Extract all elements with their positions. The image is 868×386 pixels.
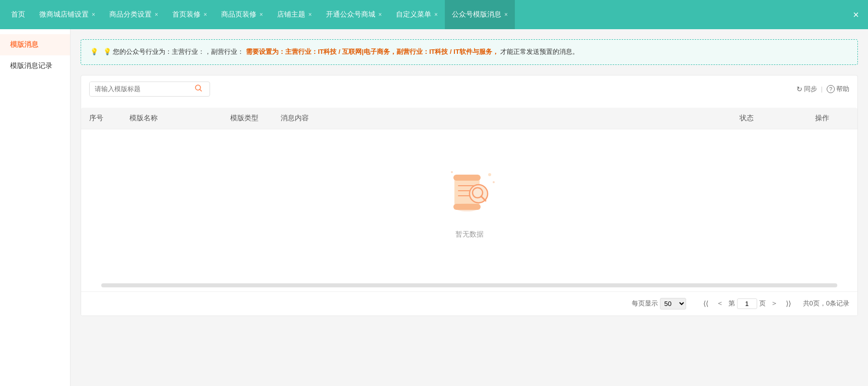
close-icon-custom-menu[interactable]: × bbox=[434, 11, 438, 18]
svg-rect-4 bbox=[453, 175, 481, 181]
nav-tab-shop-settings-label: 微商城店铺设置 bbox=[39, 10, 89, 19]
svg-rect-5 bbox=[453, 204, 481, 210]
first-page-button[interactable]: ⟨⟨ bbox=[700, 298, 711, 308]
table-container: ↻ 同步 | ? 帮助 序号 bbox=[81, 75, 858, 316]
sidebar-item-template-record-label: 模版消息记录 bbox=[10, 61, 52, 69]
page-number-input[interactable] bbox=[737, 298, 757, 309]
sync-button[interactable]: ↻ 同步 bbox=[796, 85, 817, 94]
nav-tab-store-theme[interactable]: 店铺主题 × bbox=[270, 0, 319, 29]
col-header-action: 操作 bbox=[807, 108, 857, 129]
nav-tab-open-mall[interactable]: 开通公众号商城 × bbox=[319, 0, 389, 29]
sidebar-item-template-record[interactable]: 模版消息记录 bbox=[0, 55, 70, 76]
total-info: 共0页，0条记录 bbox=[803, 299, 849, 308]
sidebar-item-template-message[interactable]: 模版消息 bbox=[0, 34, 70, 55]
empty-text: 暂无数据 bbox=[91, 230, 847, 239]
search-box bbox=[89, 82, 210, 97]
close-icon-home-decor[interactable]: × bbox=[204, 11, 207, 18]
main-layout: 模版消息 模版消息记录 💡 💡 您的公众号行业为：主营行业：，副营行业： 需要设… bbox=[0, 29, 868, 386]
next-page-button[interactable]: ＞ bbox=[768, 298, 781, 309]
search-icon bbox=[194, 84, 203, 92]
page-size-label: 每页显示 bbox=[632, 299, 658, 308]
table-header-row: 序号 模版名称 模版类型 消息内容 状态 bbox=[81, 108, 857, 129]
nav-tab-category-settings-label: 商品分类设置 bbox=[109, 10, 152, 19]
nav-tab-product-decor-label: 商品页装修 bbox=[221, 10, 256, 19]
sync-icon: ↻ bbox=[796, 85, 803, 93]
last-page-button[interactable]: ⟩⟩ bbox=[783, 298, 794, 308]
toolbar: ↻ 同步 | ? 帮助 bbox=[81, 75, 857, 103]
close-icon-template-msg[interactable]: × bbox=[504, 11, 508, 18]
page-size-dropdown[interactable]: 10 20 50 100 bbox=[660, 298, 686, 310]
pager: ⟨⟨ ＜ 第 页 ＞ ⟩⟩ bbox=[700, 298, 794, 309]
empty-state: 暂无数据 bbox=[81, 129, 857, 279]
nav-tab-shop-settings[interactable]: 微商城店铺设置 × bbox=[32, 0, 102, 29]
svg-point-13 bbox=[493, 181, 495, 183]
global-close-button[interactable]: × bbox=[848, 9, 864, 21]
content-area: 💡 💡 您的公众号行业为：主营行业：，副营行业： 需要设置为：主营行业：IT科技… bbox=[71, 29, 868, 386]
sidebar: 模版消息 模版消息记录 bbox=[0, 29, 71, 386]
col-header-content: 消息内容 bbox=[273, 108, 731, 129]
nav-tab-open-mall-label: 开通公众号商城 bbox=[326, 10, 375, 19]
svg-point-12 bbox=[488, 173, 491, 176]
prev-page-button[interactable]: ＜ bbox=[713, 298, 726, 309]
nav-tab-store-theme-label: 店铺主题 bbox=[277, 10, 305, 19]
help-label: 帮助 bbox=[836, 85, 849, 94]
top-nav: 首页 微商城店铺设置 × 商品分类设置 × 首页装修 × 商品页装修 × 店铺主… bbox=[0, 0, 868, 29]
nav-tab-home[interactable]: 首页 bbox=[4, 0, 32, 29]
col-header-type: 模版类型 bbox=[222, 108, 273, 129]
sidebar-item-template-message-label: 模版消息 bbox=[10, 40, 38, 48]
nav-tab-home-decor[interactable]: 首页装修 × bbox=[165, 0, 214, 29]
toolbar-divider: | bbox=[821, 85, 823, 93]
notice-prefix: 💡 您的公众号行业为：主营行业：，副营行业： bbox=[103, 48, 244, 55]
page-label-after: 页 bbox=[759, 299, 766, 308]
search-input[interactable] bbox=[90, 82, 190, 96]
close-icon-store-theme[interactable]: × bbox=[308, 11, 312, 18]
close-icon-shop-settings[interactable]: × bbox=[92, 11, 95, 18]
bulb-icon: 💡 bbox=[90, 48, 98, 55]
nav-tab-product-decor[interactable]: 商品页装修 × bbox=[214, 0, 270, 29]
pagination: 每页显示 10 20 50 100 ⟨⟨ ＜ 第 页 ＞ ⟩⟩ bbox=[81, 291, 857, 316]
empty-illustration bbox=[439, 160, 500, 220]
close-icon-open-mall[interactable]: × bbox=[378, 11, 382, 18]
horizontal-scrollbar[interactable] bbox=[101, 283, 837, 287]
page-label-before: 第 bbox=[728, 299, 735, 308]
nav-tab-template-msg-label: 公众号模版消息 bbox=[452, 10, 501, 19]
notice-banner: 💡 💡 您的公众号行业为：主营行业：，副营行业： 需要设置为：主营行业：IT科技… bbox=[81, 39, 858, 65]
nav-tab-home-label: 首页 bbox=[11, 10, 25, 19]
toolbar-right: ↻ 同步 | ? 帮助 bbox=[796, 85, 849, 94]
nav-tab-custom-menu-label: 自定义菜单 bbox=[396, 10, 431, 19]
nav-tab-template-msg[interactable]: 公众号模版消息 × bbox=[445, 0, 515, 29]
scrollbar-area bbox=[81, 279, 857, 291]
nav-tab-category-settings[interactable]: 商品分类设置 × bbox=[102, 0, 165, 29]
page-size-select: 每页显示 10 20 50 100 bbox=[632, 298, 686, 310]
help-button[interactable]: ? 帮助 bbox=[827, 85, 849, 94]
notice-suffix: 才能正常发送预置的消息。 bbox=[500, 48, 579, 55]
nav-tab-custom-menu[interactable]: 自定义菜单 × bbox=[389, 0, 445, 29]
svg-line-1 bbox=[200, 89, 202, 91]
col-header-status: 状态 bbox=[731, 108, 807, 129]
search-button[interactable] bbox=[190, 82, 207, 96]
col-header-name: 模版名称 bbox=[121, 108, 222, 129]
notice-highlight: 需要设置为：主营行业：IT科技 / 互联网|电子商务，副营行业：IT科技 / I… bbox=[246, 48, 499, 55]
close-icon-product-decor[interactable]: × bbox=[259, 11, 263, 18]
close-icon-category-settings[interactable]: × bbox=[155, 11, 158, 18]
help-icon: ? bbox=[827, 85, 835, 93]
data-table: 序号 模版名称 模版类型 消息内容 状态 bbox=[81, 108, 857, 279]
svg-point-14 bbox=[451, 171, 453, 173]
col-header-seq: 序号 bbox=[81, 108, 121, 129]
nav-tab-home-decor-label: 首页装修 bbox=[172, 10, 201, 19]
sync-label: 同步 bbox=[804, 85, 817, 94]
